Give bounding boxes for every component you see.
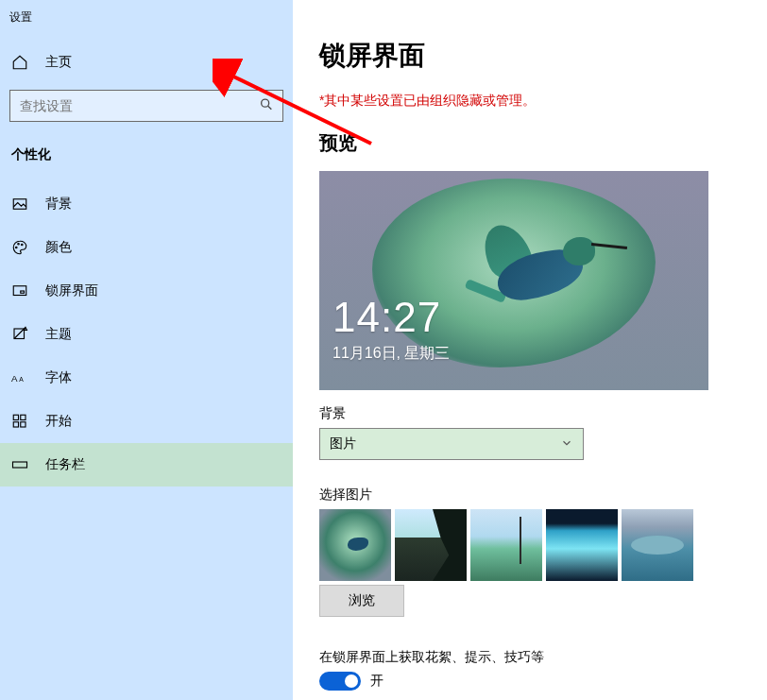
home-nav[interactable]: 主页 xyxy=(0,43,293,82)
sidebar-item-lockscreen[interactable]: 锁屏界面 xyxy=(0,269,293,313)
browse-button[interactable]: 浏览 xyxy=(319,585,404,617)
picture-thumbnails xyxy=(319,509,767,581)
preview-section-label: 预览 xyxy=(319,130,767,156)
sidebar-item-label: 主题 xyxy=(45,326,72,343)
sidebar-item-label: 开始 xyxy=(45,413,72,430)
svg-point-4 xyxy=(18,244,20,246)
sidebar-item-label: 背景 xyxy=(45,196,72,213)
lockscreen-icon xyxy=(11,282,28,299)
background-label: 背景 xyxy=(319,405,767,422)
sidebar-item-themes[interactable]: 主题 xyxy=(0,313,293,356)
svg-point-5 xyxy=(22,244,24,246)
svg-rect-15 xyxy=(13,462,27,468)
thumbnail-1[interactable] xyxy=(319,509,391,581)
svg-rect-11 xyxy=(13,415,18,419)
org-managed-warning: *其中某些设置已由组织隐藏或管理。 xyxy=(319,93,767,110)
sidebar-item-label: 锁屏界面 xyxy=(45,282,98,299)
theme-icon xyxy=(11,326,28,343)
chevron-down-icon xyxy=(560,436,573,452)
sidebar-item-start[interactable]: 开始 xyxy=(0,400,293,443)
sidebar-item-colors[interactable]: 颜色 xyxy=(0,226,293,269)
sidebar-item-fonts[interactable]: AA 字体 xyxy=(0,356,293,400)
lockscreen-preview: 14:27 11月16日, 星期三 xyxy=(319,171,708,390)
svg-rect-7 xyxy=(21,291,25,293)
app-title: 设置 xyxy=(0,6,293,43)
svg-rect-14 xyxy=(21,422,26,427)
tips-toggle-label: 在锁屏界面上获取花絮、提示、技巧等 xyxy=(319,649,767,666)
svg-text:A: A xyxy=(11,373,18,384)
thumbnail-5[interactable] xyxy=(622,509,693,581)
page-title: 锁屏界面 xyxy=(319,38,767,74)
sidebar-item-taskbar[interactable]: 任务栏 xyxy=(0,443,293,487)
image-icon xyxy=(11,196,28,213)
sidebar-item-label: 字体 xyxy=(45,369,72,386)
choose-picture-label: 选择图片 xyxy=(319,487,767,504)
browse-label: 浏览 xyxy=(349,592,375,609)
svg-text:A: A xyxy=(19,376,24,383)
category-header: 个性化 xyxy=(0,139,293,182)
preview-date: 11月16日, 星期三 xyxy=(332,344,450,364)
taskbar-icon xyxy=(11,456,28,473)
start-icon xyxy=(11,413,28,430)
font-icon: AA xyxy=(11,369,28,386)
home-label: 主页 xyxy=(45,54,72,71)
home-icon xyxy=(11,54,28,71)
thumbnail-2[interactable] xyxy=(395,509,467,581)
thumbnail-3[interactable] xyxy=(470,509,542,581)
svg-point-3 xyxy=(16,247,18,248)
background-dropdown[interactable]: 图片 xyxy=(319,428,584,460)
palette-icon xyxy=(11,239,28,256)
sidebar-item-label: 任务栏 xyxy=(45,456,85,473)
thumbnail-4[interactable] xyxy=(546,509,618,581)
preview-time: 14:27 xyxy=(332,294,441,341)
main-content: 锁屏界面 *其中某些设置已由组织隐藏或管理。 预览 14:27 11月16日, … xyxy=(293,0,767,700)
dropdown-selected: 图片 xyxy=(330,435,356,452)
search-box xyxy=(9,90,283,122)
svg-rect-12 xyxy=(21,415,26,419)
tips-toggle[interactable] xyxy=(319,672,361,691)
sidebar: 设置 主页 个性化 背景 颜色 锁屏界面 xyxy=(0,0,293,700)
svg-rect-13 xyxy=(13,422,18,427)
sidebar-item-label: 颜色 xyxy=(45,239,72,256)
sidebar-item-background[interactable]: 背景 xyxy=(0,182,293,226)
search-input[interactable] xyxy=(9,90,283,122)
toggle-state-label: 开 xyxy=(370,673,384,690)
